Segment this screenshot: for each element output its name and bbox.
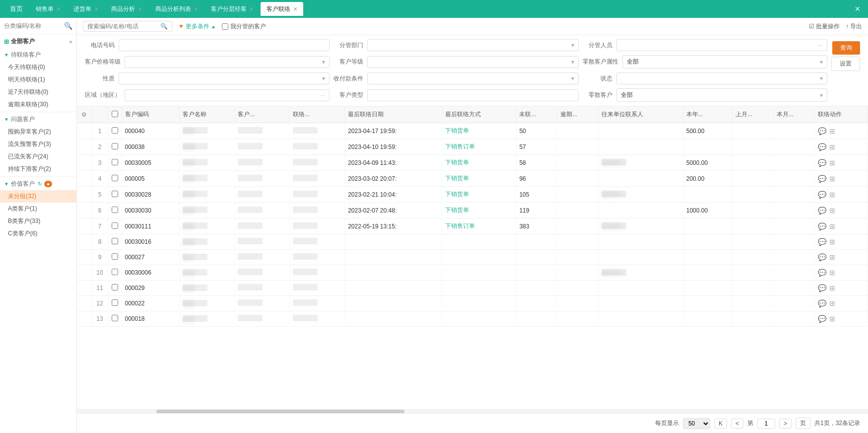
chat-icon[interactable]: 💬 (818, 175, 826, 183)
grid-action-icon[interactable]: ⊞ (829, 269, 835, 277)
input-phone[interactable] (119, 39, 330, 51)
grid-action-icon[interactable]: ⊞ (829, 191, 835, 199)
chat-icon[interactable]: 💬 (818, 238, 826, 246)
row-checkbox[interactable] (108, 296, 122, 311)
chat-icon[interactable]: 💬 (818, 222, 826, 230)
row-last-contact-method[interactable] (442, 265, 516, 281)
close-product-analysis-list-tab[interactable]: × (194, 5, 198, 13)
batch-ops-button[interactable]: ☑ 批量操作 (809, 22, 840, 31)
row-last-contact-method[interactable]: 下销售订单 (442, 139, 516, 155)
my-customers-check[interactable] (222, 23, 228, 30)
close-customer-segment-tab[interactable]: × (250, 5, 254, 13)
select-status[interactable]: ▾ (616, 72, 827, 84)
row-last-contact-method[interactable] (442, 296, 516, 311)
sidebar-item-churn-warning[interactable]: 流失预警客户(3) (0, 138, 76, 150)
chat-icon[interactable]: 💬 (818, 269, 826, 277)
row-checkbox[interactable] (108, 123, 122, 139)
grid-action-icon[interactable]: ⊞ (829, 127, 835, 135)
row-select-checkbox[interactable] (112, 159, 118, 165)
row-select-checkbox[interactable] (112, 315, 118, 321)
row-last-contact-method[interactable]: 下销货单 (442, 203, 516, 218)
col-last-contact-date[interactable]: 最后联络日期 (345, 106, 442, 123)
chat-icon[interactable]: 💬 (818, 143, 826, 151)
horizontal-scrollbar[interactable] (77, 409, 868, 413)
close-all-button[interactable]: × (851, 4, 864, 14)
chat-icon[interactable]: 💬 (818, 299, 826, 307)
row-checkbox[interactable] (108, 311, 122, 327)
all-customers-header[interactable]: ⊞ 全部客户 « (0, 34, 76, 49)
contact-method-link[interactable]: 下销售订单 (445, 222, 475, 229)
export-button[interactable]: ↑ 导出 (846, 22, 862, 31)
select-customer-level[interactable]: ▾ (367, 56, 578, 68)
more-conditions-button[interactable]: ▼ 更多条件 ▲ (178, 22, 216, 31)
chat-icon[interactable]: 💬 (818, 253, 826, 261)
row-checkbox[interactable] (108, 139, 122, 155)
sidebar-item-c-class[interactable]: C类客户(6) (0, 227, 76, 240)
my-customers-checkbox[interactable]: 我分管的客户 (222, 22, 266, 31)
grid-action-icon[interactable]: ⊞ (829, 222, 835, 230)
col-no-contact[interactable]: 未联... (516, 106, 557, 123)
row-last-contact-method[interactable] (442, 234, 516, 250)
row-select-checkbox[interactable] (112, 207, 118, 213)
row-checkbox[interactable] (108, 265, 122, 281)
row-select-checkbox[interactable] (112, 191, 118, 197)
tab-customer-segment[interactable]: 客户分层经客 × (205, 2, 260, 16)
sidebar-item-overdue[interactable]: 逾期未联络(30) (0, 98, 76, 111)
row-last-contact-method[interactable] (442, 311, 516, 327)
col-company-contact[interactable]: 往来单位联系人 (598, 106, 683, 123)
row-last-contact-method[interactable] (442, 250, 516, 265)
chat-icon[interactable]: 💬 (818, 207, 826, 215)
col-this-year[interactable]: 本年... (683, 106, 732, 123)
select-region[interactable]: ··· (125, 89, 330, 101)
grid-action-icon[interactable]: ⊞ (829, 315, 835, 323)
sidebar-search-input[interactable] (4, 22, 62, 29)
row-last-contact-method[interactable]: 下销货单 (442, 187, 516, 203)
select-all-checkbox[interactable] (112, 111, 118, 117)
col-this-month[interactable]: 本月... (773, 106, 814, 123)
nav-home[interactable]: 首页 (4, 4, 29, 13)
col-overdue[interactable]: 逾期... (557, 106, 599, 123)
section-problem-customers[interactable]: ▼ 问题客户 (0, 113, 76, 126)
grid-action-icon[interactable]: ⊞ (829, 253, 835, 261)
row-checkbox[interactable] (108, 155, 122, 171)
filter-search-input[interactable] (87, 23, 158, 30)
select-price-level[interactable]: ▾ (125, 56, 330, 68)
row-select-checkbox[interactable] (112, 175, 118, 181)
col-contact[interactable]: 联络... (290, 106, 345, 123)
sidebar-item-7days[interactable]: 近7天待联络(0) (0, 86, 76, 98)
first-page-button[interactable]: K (714, 419, 727, 429)
row-select-checkbox[interactable] (112, 253, 118, 260)
chat-icon[interactable]: 💬 (818, 284, 826, 292)
sidebar-item-a-class[interactable]: A类客户(1) (0, 203, 76, 215)
col-name[interactable]: 客户名称 (180, 106, 235, 123)
row-select-checkbox[interactable] (112, 238, 118, 244)
col-code[interactable]: 客户编码 (122, 106, 180, 123)
col-type[interactable]: 客户... (235, 106, 290, 123)
prev-page-button[interactable]: < (731, 419, 743, 429)
row-last-contact-method[interactable]: 下销货单 (442, 155, 516, 171)
contact-method-link[interactable]: 下销货单 (445, 191, 469, 198)
row-checkbox[interactable] (108, 250, 122, 265)
select-nature[interactable]: ▾ (119, 72, 330, 84)
grid-action-icon[interactable]: ⊞ (829, 238, 835, 246)
row-checkbox[interactable] (108, 187, 122, 203)
refresh-icon[interactable]: ↻ (38, 181, 42, 187)
select-retail-customer[interactable]: 全部 ▾ (616, 88, 827, 102)
row-last-contact-method[interactable]: 下销售订单 (442, 218, 516, 234)
row-last-contact-method[interactable]: 下销货单 (442, 123, 516, 139)
contact-method-link[interactable]: 下销售订单 (445, 143, 475, 150)
select-dept[interactable]: ▾ (367, 39, 578, 51)
last-page-button[interactable]: 页 (796, 418, 810, 429)
input-customer-type[interactable] (367, 89, 578, 101)
row-last-contact-method[interactable] (442, 281, 516, 296)
section-value-customers[interactable]: ▼ 价值客户 ↻ ● (0, 178, 76, 190)
page-size-select[interactable]: 50 20 100 (683, 418, 710, 429)
query-button[interactable]: 查询 (832, 41, 860, 55)
select-manager[interactable]: ··· (616, 39, 827, 51)
chat-icon[interactable]: 💬 (818, 191, 826, 199)
close-customer-contact-tab[interactable]: × (293, 5, 297, 13)
tab-sales[interactable]: 销售单 × (30, 2, 67, 16)
close-sales-tab[interactable]: × (57, 5, 61, 13)
row-select-checkbox[interactable] (112, 127, 118, 134)
sidebar-item-tomorrow[interactable]: 明天待联络(1) (0, 73, 76, 86)
